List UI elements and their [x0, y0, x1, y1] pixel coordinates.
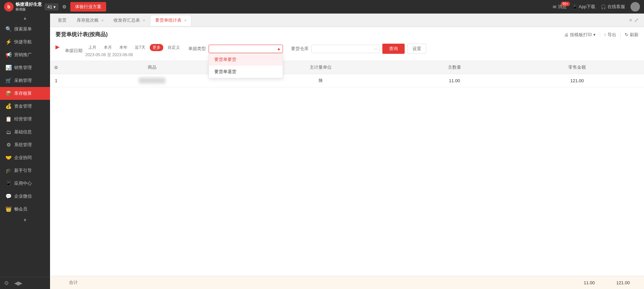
- sidebar-item-member[interactable]: 👑 畅会员: [0, 203, 50, 216]
- print-icon: 🖨: [564, 32, 569, 37]
- row-no: 1: [50, 74, 62, 87]
- settings-button[interactable]: 设置: [407, 44, 426, 54]
- collapse-icon[interactable]: ◀▶: [14, 280, 22, 286]
- expand-window-btn[interactable]: ⤢: [634, 17, 639, 23]
- page-title: 要货单统计表(按商品): [55, 31, 108, 38]
- table-body: 1 商品名称信息 块 11.00 121.00: [50, 74, 644, 87]
- sidebar-item-finance[interactable]: 💰 资金管理: [0, 100, 50, 113]
- dropdown-item-order[interactable]: 要货单要货: [209, 53, 283, 66]
- sidebar-label-basic: 基础信息: [14, 129, 32, 135]
- shortcut-icon: ⚡: [5, 39, 11, 45]
- sidebar-item-shortcut[interactable]: ⚡ 快捷导航: [0, 36, 50, 48]
- purchase-icon: 🛒: [5, 77, 11, 84]
- sidebar-item-basic[interactable]: 🗂 基础信息: [0, 126, 50, 138]
- page-actions: 🖨 按模板打印 ▾ ↑ 导出 ↻ 刷新: [564, 32, 639, 38]
- sidebar-item-search[interactable]: 🔍 搜索菜单: [0, 23, 50, 36]
- sidebar-label-inventory: 库存核算: [14, 90, 32, 96]
- marketing-icon: 📢: [5, 52, 11, 58]
- sidebar-item-enterprise[interactable]: 🤝 企业协同: [0, 151, 50, 164]
- sidebar-label-guide: 新手引导: [14, 168, 32, 174]
- page-header: 要货单统计表(按商品) 🖨 按模板打印 ▾ ↑ 导出 ↻: [50, 27, 644, 41]
- sales-icon: 📊: [5, 65, 11, 71]
- trial-button[interactable]: 体验行业方案: [70, 2, 106, 12]
- inventory-icon: 📦: [5, 90, 11, 96]
- store-selector[interactable]: 41 ▾: [45, 3, 58, 10]
- date-btn-this-month[interactable]: 本月: [101, 44, 115, 51]
- tab-bar: 首页 库存批次账 × 收发存汇总表 × 要货单统计表 × × ⤢: [50, 14, 644, 27]
- export-btn[interactable]: ↑ 导出: [604, 32, 617, 38]
- sidebar-label-operations: 经营管理: [14, 116, 32, 122]
- refresh-btn[interactable]: ↻ 刷新: [625, 32, 639, 38]
- finance-icon: 💰: [5, 103, 11, 109]
- service-icon: 🎧: [601, 4, 606, 9]
- type-filter-label: 单据类型: [188, 46, 206, 52]
- refresh-icon: ↻: [625, 32, 628, 37]
- query-button[interactable]: 查询: [382, 44, 405, 54]
- tab-inventory-batch-close[interactable]: ×: [101, 18, 103, 22]
- type-input[interactable]: [209, 45, 283, 53]
- sidebar-label-apps: 应用中心: [14, 180, 32, 186]
- action-divider: [600, 32, 600, 37]
- print-arrow: ▾: [593, 32, 596, 37]
- logo-icon: b: [4, 2, 14, 12]
- page-content: 要货单统计表(按商品) 🖨 按模板打印 ▾ ↑ 导出 ↻: [50, 27, 644, 289]
- print-label: 按模板打印: [570, 32, 592, 38]
- col-settings[interactable]: ⚙: [50, 61, 62, 74]
- sidebar-bottom: ⚙ ◀▶: [0, 277, 50, 289]
- gear-icon[interactable]: ⚙: [61, 3, 68, 10]
- sidebar-label-search: 搜索菜单: [14, 26, 32, 32]
- messages-action[interactable]: ✉ 消息 99+: [553, 4, 567, 10]
- table-head: ⚙ 商品 主计量单位 主数量 零: [50, 61, 644, 74]
- sidebar-item-wechat[interactable]: 💬 企业微信: [0, 190, 50, 203]
- sidebar-scroll-down[interactable]: ▼: [0, 216, 50, 225]
- tab-receive-summary-label: 收发存汇总表: [114, 17, 140, 23]
- date-btn-7days[interactable]: 近7天: [132, 44, 148, 51]
- phone-icon: 📱: [572, 4, 577, 9]
- store-name: 41: [47, 4, 52, 9]
- apps-icon: 📱: [5, 180, 11, 186]
- date-btn-custom[interactable]: 自定义: [165, 44, 183, 51]
- date-btn-more[interactable]: 更多: [150, 44, 163, 51]
- tab-order-stats[interactable]: 要货单统计表 ×: [150, 15, 191, 26]
- tab-home[interactable]: 首页: [53, 15, 72, 25]
- expand-filter-btn[interactable]: ▶: [55, 44, 59, 50]
- date-btn-last-month[interactable]: 上月: [85, 44, 99, 51]
- header-left: b 畅捷通好生意 标准版 41 ▾ ⚙ 体验行业方案: [4, 2, 106, 12]
- table-row: 1 商品名称信息 块 11.00 121.00: [50, 74, 644, 87]
- sidebar-label-member: 畅会员: [14, 206, 27, 212]
- sidebar-item-marketing[interactable]: 📢 营销推广: [0, 48, 50, 61]
- sidebar-item-sales[interactable]: 📊 销售管理: [0, 61, 50, 74]
- footer-quantity: 11.00: [572, 280, 606, 285]
- app-download-action[interactable]: 📱 App下载: [572, 4, 595, 10]
- store-dropdown-icon: ▾: [53, 4, 56, 9]
- sidebar-item-purchase[interactable]: 🛒 采购管理: [0, 74, 50, 87]
- sidebar-item-apps[interactable]: 📱 应用中心: [0, 177, 50, 190]
- member-icon: 👑: [5, 206, 11, 212]
- footer-label: 合计: [66, 280, 532, 286]
- sidebar-item-operations[interactable]: 📋 经营管理: [0, 113, 50, 126]
- tab-receive-summary[interactable]: 收发存汇总表 ×: [109, 15, 150, 25]
- tab-order-stats-close[interactable]: ×: [184, 18, 186, 22]
- column-settings-icon[interactable]: ⚙: [54, 65, 58, 70]
- operations-icon: 📋: [5, 116, 11, 122]
- filter-bar: ▶ 单据日期 上月 本月 本年 近7天 更多 自定义 2023-05-06 至 …: [50, 41, 644, 61]
- sidebar-item-inventory[interactable]: 📦 库存核算: [0, 87, 50, 100]
- tab-receive-summary-close[interactable]: ×: [143, 18, 145, 22]
- app-download-label: App下载: [579, 4, 595, 10]
- online-service-action[interactable]: 🎧 在线客服: [601, 4, 625, 10]
- dropdown-item-return[interactable]: 要货单退货: [209, 66, 283, 78]
- sidebar-item-system[interactable]: ⚙ 系统管理: [0, 138, 50, 151]
- tab-inventory-batch[interactable]: 库存批次账 ×: [72, 15, 109, 25]
- warehouse-input[interactable]: [311, 45, 380, 53]
- basic-icon: 🗂: [5, 129, 11, 135]
- system-icon: ⚙: [5, 142, 11, 148]
- settings-bottom-icon[interactable]: ⚙: [4, 280, 9, 286]
- print-btn[interactable]: 🖨 按模板打印 ▾: [564, 32, 596, 38]
- close-window-btn[interactable]: ×: [629, 17, 632, 23]
- sidebar-scroll-up[interactable]: ▲: [0, 14, 50, 23]
- avatar[interactable]: [630, 2, 640, 12]
- guide-icon: 🎓: [5, 168, 11, 174]
- date-btn-this-year[interactable]: 本年: [116, 44, 130, 51]
- sidebar-item-guide[interactable]: 🎓 新手引导: [0, 164, 50, 177]
- warehouse-more-icon[interactable]: ···: [374, 46, 378, 51]
